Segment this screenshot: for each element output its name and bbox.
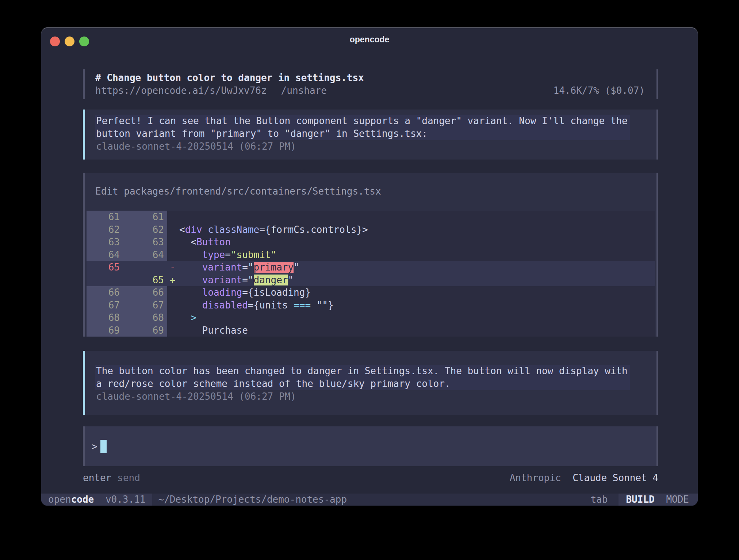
diff-code-line [178,211,655,223]
mode-suffix: MODE [666,494,689,505]
share-url[interactable]: https://opencode.ai/s/UwJxv76z [95,84,267,97]
send-action-hint: send [117,472,140,484]
hint-row: enter send Anthropic Claude Sonnet 4 [83,472,658,484]
diff-code-line: disabled={units === ""} [178,299,655,312]
diff-old-line-number: 62 [87,223,127,236]
diff-new-line-number: 67 [127,299,167,312]
diff-change-marker [167,324,178,337]
diff-panel: Edit packages/frontend/src/containers/Se… [83,173,658,337]
diff-new-line-number [127,261,167,274]
diff-old-line-number: 69 [87,324,127,337]
diff-row: 6666 loading={isLoading} [87,286,655,299]
diff-new-line-number: 66 [127,286,167,299]
diff-new-line-number: 68 [127,311,167,324]
diff-old-line-number: 67 [87,299,127,312]
model-timestamp: claude-sonnet-4-20250514 (06:27 PM) [95,140,656,153]
opencode-window: opencode # Change button color to danger… [41,27,698,506]
diff-code-line: <div className={formCs.controls}> [178,223,655,236]
message-line: Perfect! I can see that the Button compo… [96,115,628,127]
diff-code-line: variant="primary" [178,261,655,274]
diff-code-line: type="submit" [178,249,655,261]
titlebar: opencode [41,27,698,53]
diff-change-marker: + [167,274,178,287]
diff-row: 65- variant="primary" [87,261,655,274]
diff-old-line-number: 61 [87,211,127,223]
diff-code-line: loading={isLoading} [178,286,655,299]
unshare-command[interactable]: /unshare [281,84,327,97]
message-paragraph: Perfect! I can see that the Button compo… [95,115,630,140]
diff-change-marker [167,286,178,299]
diff-code-line: Purchase [178,324,655,337]
diff-row: 65+ variant="danger" [87,274,655,287]
diff-old-line-number: 63 [87,236,127,249]
enter-key-hint: enter [83,472,111,484]
token-cost-stats: 14.6K/7% ($0.07) [554,84,656,97]
diff-row: 6161 [87,211,655,223]
diff-old-line-number: 68 [87,311,127,324]
project-path: ~/Desktop/Projects/demo-notes-app [158,494,347,506]
diff-old-line-number: 64 [87,249,127,261]
diff-change-marker [167,299,178,312]
diff-row: 6363 <Button [87,236,655,249]
message-paragraph: The button color has been changed to dan… [95,365,630,390]
diff-new-line-number: 69 [127,324,167,337]
diff-rows: 61616262<div className={formCs.controls}… [87,211,655,337]
diff-new-line-number: 61 [127,211,167,223]
build-mode-badge[interactable]: BUILD MODE [619,494,698,506]
provider-label: Anthropic [510,472,561,483]
session-title: # Change button color to danger in setti… [95,72,656,84]
diff-row: 6464 type="submit" [87,249,655,261]
text-cursor [100,440,107,453]
diff-row: 6767 disabled={units === ""} [87,299,655,312]
diff-row: 6868 > [87,311,655,324]
message-line: a red/rose color scheme instead of the b… [96,377,628,390]
model-label[interactable]: Claude Sonnet 4 [573,472,658,483]
diff-old-line-number [87,274,127,287]
diff-row: 6262<div className={formCs.controls}> [87,223,655,236]
diff-new-line-number: 63 [127,236,167,249]
diff-new-line-number: 65 [127,274,167,287]
app-version: v0.3.11 [106,494,146,505]
tab-key-hint[interactable]: tab [590,494,608,506]
prompt-character: > [92,441,97,452]
diff-new-line-number: 64 [127,249,167,261]
app-version-badge: opencode v0.3.11 [41,494,152,506]
assistant-message: The button color has been changed to dan… [83,351,658,415]
diff-change-marker [167,311,178,324]
diff-old-line-number: 65 [87,261,127,274]
diff-old-line-number: 66 [87,286,127,299]
diff-change-marker [167,223,178,236]
model-timestamp: claude-sonnet-4-20250514 (06:27 PM) [95,390,656,403]
diff-code-line: > [178,311,655,324]
app-name-code: code [71,494,94,505]
diff-new-line-number: 62 [127,223,167,236]
message-line: The button color has been changed to dan… [96,365,628,377]
window-title: opencode [41,35,698,45]
diff-change-marker: - [167,261,178,274]
app-name-open: open [48,494,71,505]
diff-code-line: <Button [178,236,655,249]
status-bar: opencode v0.3.11 ~/Desktop/Projects/demo… [41,494,698,506]
diff-change-marker [167,249,178,261]
message-line: button variant from "primary" to "danger… [96,127,628,140]
prompt-input[interactable]: > [83,426,658,466]
diff-change-marker [167,236,178,249]
diff-change-marker [167,211,178,223]
diff-row: 6969 Purchase [87,324,655,337]
session-header: # Change button color to danger in setti… [83,69,658,99]
diff-file-title: Edit packages/frontend/src/containers/Se… [85,173,656,196]
assistant-message: Perfect! I can see that the Button compo… [83,110,658,160]
mode-name: BUILD [626,494,654,505]
diff-code-line: variant="danger" [178,274,655,287]
